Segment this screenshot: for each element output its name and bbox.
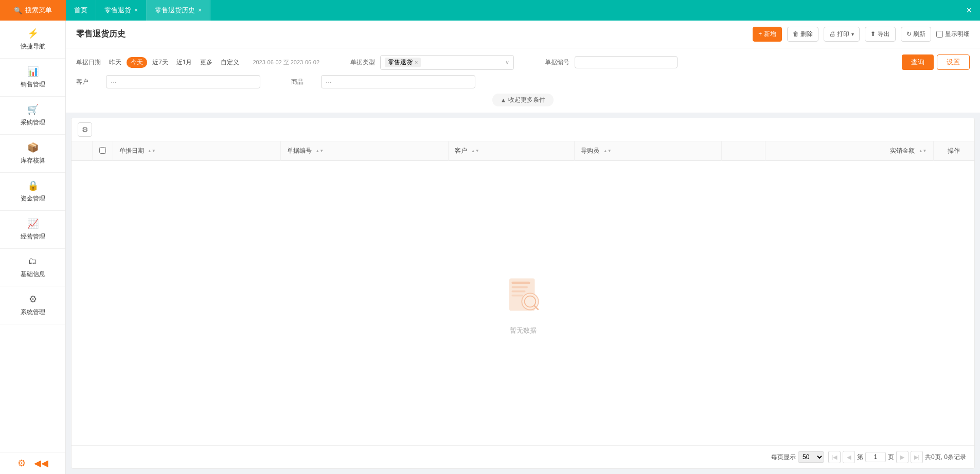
goods-dots: ···: [326, 78, 332, 86]
sidebar-item-operations-label: 经营管理: [21, 232, 45, 241]
page-header-top: 零售退货历史 + 新增 🗑 删除 🖨 打印 ▾ ⬆ 导出: [76, 27, 970, 42]
th-settings: [72, 141, 92, 161]
th-date[interactable]: 单据日期 ▲▼: [113, 141, 280, 161]
sidebar-item-operations[interactable]: 📈 经营管理: [0, 211, 65, 249]
export-btn[interactable]: ⬆ 导出: [865, 27, 895, 42]
th-customer-sort: ▲▼: [471, 149, 479, 153]
close-all-tabs-btn[interactable]: ×: [958, 5, 980, 16]
th-guide-sort: ▲▼: [603, 149, 612, 153]
inventory-icon: 📦: [27, 142, 39, 153]
date-shortcut-more[interactable]: 更多: [197, 57, 216, 68]
voucher-type-arrow-icon: ∨: [505, 59, 509, 66]
date-shortcut-yesterday[interactable]: 昨天: [106, 57, 124, 68]
svg-rect-2: [511, 286, 528, 288]
th-date-sort: ▲▼: [148, 149, 156, 153]
tab-home-label: 首页: [74, 6, 87, 15]
refresh-btn[interactable]: ↻ 刷新: [901, 27, 931, 42]
table-container: ⚙ 单据日期 ▲▼: [71, 118, 975, 469]
sidebar-item-system-label: 系统管理: [21, 308, 45, 317]
goods-filter-item: 商品 ···: [291, 75, 475, 88]
date-shortcut-today[interactable]: 今天: [127, 57, 147, 68]
tab-home[interactable]: 首页: [66, 0, 96, 21]
print-arrow-icon: ▾: [851, 31, 854, 37]
voucher-type-label: 单据类型: [350, 58, 376, 67]
sidebar-item-basic-info-label: 基础信息: [21, 270, 45, 279]
sidebar-item-basic-info[interactable]: 🗂 基础信息: [0, 249, 65, 286]
tab-retail-return[interactable]: 零售退货 ×: [96, 0, 147, 21]
th-voucher-id[interactable]: 单据编号 ▲▼: [280, 141, 448, 161]
filter-row-1: 单据日期 昨天 今天 近7天 近1月 更多 自定义 2023-06-02 至 2…: [76, 54, 970, 70]
date-filter-item: 单据日期 昨天 今天 近7天 近1月 更多 自定义: [76, 57, 242, 68]
delete-btn-label: 🗑 删除: [793, 30, 813, 39]
th-action: 操作: [933, 141, 974, 161]
page-size-select[interactable]: 20 50 100: [798, 451, 824, 463]
date-shortcut-1month[interactable]: 近1月: [173, 57, 195, 68]
filter-settings-btn[interactable]: 设置: [937, 54, 970, 70]
th-checkbox: [92, 141, 113, 161]
date-shortcut-custom[interactable]: 自定义: [218, 57, 242, 68]
sidebar-item-inventory-label: 库存核算: [21, 156, 45, 165]
voucher-type-select[interactable]: 零售退货 × ∨: [380, 55, 514, 70]
sidebar-item-finance[interactable]: 🔒 资金管理: [0, 173, 65, 211]
tab-retail-return-history-close[interactable]: ×: [198, 7, 202, 14]
date-range-item: 2023-06-02 至 2023-06-02: [253, 59, 319, 66]
next-page-btn[interactable]: ▶: [896, 451, 908, 463]
sidebar: ⚡ 快捷导航 📊 销售管理 🛒 采购管理 📦 库存核算 🔒 资金管理 📈 经营管…: [0, 21, 66, 474]
th-customer[interactable]: 客户 ▲▼: [449, 141, 575, 161]
sidebar-volume-icon[interactable]: ◀◀: [34, 458, 48, 469]
sidebar-settings-icon[interactable]: ⚙: [17, 458, 26, 469]
customer-select[interactable]: ···: [106, 75, 260, 88]
display-detail-label[interactable]: 显示明细: [945, 30, 970, 39]
voucher-type-tag-remove[interactable]: ×: [415, 59, 418, 65]
new-btn[interactable]: + 新增: [753, 27, 781, 42]
prev-page-btn[interactable]: ◀: [843, 451, 855, 463]
quick-nav-icon: ⚡: [27, 28, 39, 39]
new-btn-label: + 新增: [758, 30, 776, 39]
tab-bar: 首页 零售退货 × 零售退货历史 ×: [66, 0, 958, 21]
operations-icon: 📈: [27, 218, 39, 229]
first-page-btn[interactable]: |◀: [828, 451, 841, 463]
purchase-icon: 🛒: [27, 104, 39, 115]
voucher-id-item: 单据编号: [545, 56, 678, 68]
voucher-id-input[interactable]: [575, 56, 678, 68]
svg-rect-3: [511, 290, 525, 292]
sidebar-item-quick-nav[interactable]: ⚡ 快捷导航: [0, 21, 65, 59]
query-btn[interactable]: 查询: [902, 54, 934, 70]
th-guide[interactable]: 导购员 ▲▼: [575, 141, 722, 161]
sidebar-item-system-mgmt[interactable]: ⚙ 系统管理: [0, 286, 65, 324]
collapse-arrow-icon: ▲: [501, 97, 507, 104]
print-btn[interactable]: 🖨 打印 ▾: [824, 27, 860, 42]
page-unit-label: 页: [888, 453, 894, 462]
th-voucher-id-sort: ▲▼: [315, 149, 324, 153]
voucher-type-tag-text: 零售退货: [388, 58, 413, 67]
collapse-btn-label: 收起更多条件: [508, 96, 545, 104]
th-amount[interactable]: 实销金额 ▲▼: [765, 141, 933, 161]
last-page-btn[interactable]: ▶|: [911, 451, 923, 463]
print-btn-label: 🖨 打印: [829, 30, 849, 39]
sidebar-item-inventory[interactable]: 📦 库存核算: [0, 135, 65, 173]
th-guide-label: 导购员: [581, 147, 599, 154]
sidebar-item-finance-label: 资金管理: [21, 194, 45, 203]
sidebar-item-purchase-mgmt[interactable]: 🛒 采购管理: [0, 97, 65, 135]
page-input[interactable]: [865, 452, 886, 462]
date-shortcut-7days[interactable]: 近7天: [149, 57, 171, 68]
date-filter-label: 单据日期: [76, 58, 102, 67]
search-menu-btn[interactable]: 🔍 搜索菜单: [0, 0, 66, 21]
th-spacer: [722, 141, 765, 161]
th-amount-label: 实销金额: [890, 147, 915, 154]
customer-filter-label: 客户: [76, 78, 102, 86]
tab-retail-return-close[interactable]: ×: [134, 7, 138, 14]
sidebar-item-purchase-label: 采购管理: [21, 118, 45, 127]
export-btn-label: ⬆ 导出: [870, 30, 889, 39]
page-size-label: 每页显示: [771, 453, 796, 462]
table-column-settings-btn[interactable]: ⚙: [78, 122, 92, 137]
table-body-area: 单据日期 ▲▼ 单据编号 ▲▼ 客户 ▲▼: [72, 141, 974, 445]
delete-btn[interactable]: 🗑 删除: [787, 27, 818, 42]
sidebar-item-sales-mgmt[interactable]: 📊 销售管理: [0, 59, 65, 97]
select-all-checkbox[interactable]: [99, 147, 106, 154]
tab-retail-return-history[interactable]: 零售退货历史 ×: [147, 0, 210, 21]
collapse-btn[interactable]: ▲ 收起更多条件: [492, 94, 554, 106]
display-detail-checkbox[interactable]: [936, 31, 943, 38]
goods-select[interactable]: ···: [321, 75, 475, 88]
query-btn-label: 查询: [911, 58, 924, 66]
